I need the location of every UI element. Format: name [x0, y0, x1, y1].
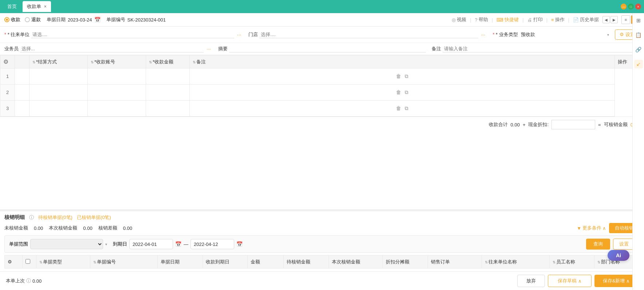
date-to-calendar-icon[interactable]: 📅 [236, 241, 243, 247]
remark-input[interactable] [443, 45, 640, 52]
row-2-account[interactable] [30, 85, 88, 101]
close-tab-btn[interactable]: × [44, 4, 47, 9]
row-1-amount[interactable] [88, 68, 146, 85]
help-btn[interactable]: ? 帮助 [475, 16, 488, 23]
abandon-btn[interactable]: 放弃 [517, 275, 545, 287]
home-tab[interactable]: 首页 [3, 1, 21, 12]
row-3-num: 3 [0, 101, 15, 117]
prev-info-icon[interactable]: ⓘ [26, 278, 31, 284]
date-from-calendar-icon[interactable]: 📅 [175, 241, 181, 247]
row-1-remark[interactable] [146, 68, 190, 85]
row-3-amount[interactable] [88, 101, 146, 117]
refund-label: 退款 [31, 16, 41, 23]
due-date-col: 收款到期日 [203, 255, 248, 269]
minimize-btn[interactable]: — [621, 4, 627, 9]
due-date-field: 到期日 📅 — 📅 [113, 239, 243, 249]
row-3-delete-icon[interactable]: 🗑 [396, 105, 401, 111]
select-all-checkbox[interactable] [25, 259, 30, 264]
nav-next[interactable]: ▶ [610, 16, 618, 23]
bill-type-col: ⇅单据类型 [36, 255, 90, 269]
gear-icon[interactable]: ⚙ [3, 59, 8, 65]
row-1-settlement[interactable] [15, 68, 30, 85]
operate-btn[interactable]: ≡ 操作 [551, 16, 565, 23]
sidebar-doc-icon[interactable]: 📋 [634, 31, 643, 39]
settlement-col: ⇅*结算方式 [30, 55, 88, 68]
print-btn[interactable]: 🖨 打印 [527, 16, 543, 23]
prev-value: 0.00 [32, 278, 42, 284]
window-close-btn[interactable]: × [635, 4, 641, 9]
history-btn[interactable]: 📄 历史单据 [573, 16, 599, 23]
cleared-tab[interactable]: 已核销单据(0笔) [77, 214, 111, 221]
refund-radio[interactable]: 退款 [25, 16, 41, 23]
range-select[interactable] [30, 239, 103, 249]
bottom-table: ⚙ ⇅单据类型 ⇅单据编号 单据日期 收款到期日 金额 待核销金额 本次核销金额… [4, 255, 640, 269]
bottom-gear-col[interactable]: ⚙ [5, 255, 23, 269]
verify-info-icon[interactable]: ⓘ [29, 214, 34, 221]
employee-col: ⇅员工名称 [549, 255, 594, 269]
biz-type-dropdown[interactable]: ▾ [607, 33, 609, 37]
amount-col: ⇅*收款金额 [146, 55, 190, 68]
footer-bar: 本单上次 ⓘ 0.00 放弃 保存草稿 ∧ 保存&新增 ∧ [0, 271, 644, 290]
salesman-more-btn[interactable]: ··· [205, 46, 212, 52]
counterparty-input[interactable] [31, 31, 234, 38]
sidebar-link-icon[interactable]: 🔗 [634, 45, 643, 54]
receipt-label: 收款 [11, 16, 20, 23]
verify-stats: 未核销金额 0.00 本次核销金额 0.00 核销差额 0.00 ▼ 更多条件 … [4, 223, 640, 233]
row-1-copy-icon[interactable]: ⧉ [405, 73, 408, 79]
date-to-input[interactable] [191, 239, 234, 249]
verify-filter-row: 单据范围 ▾ 到期日 📅 — 📅 查询 设置 [4, 235, 640, 253]
receipt-tab[interactable]: 收款单 × [23, 1, 51, 12]
shop-more-btn[interactable]: ··· [480, 32, 487, 38]
filter-setting-btn[interactable]: 设置 [613, 239, 635, 250]
row-1-delete-icon[interactable]: 🗑 [396, 73, 401, 79]
ai-float-button[interactable]: Ai [608, 250, 629, 261]
counterparty-field: * * 往来单位 ··· [4, 31, 243, 38]
save-draft-btn[interactable]: 保存草稿 ∧ [548, 275, 592, 287]
row-2-remark[interactable] [146, 85, 190, 101]
query-btn[interactable]: 查询 [586, 239, 610, 250]
row-1-account[interactable] [30, 68, 88, 85]
sidebar-expand-icon[interactable]: ↙ [634, 60, 643, 68]
summary-field: 摘要 [218, 45, 426, 52]
footer-info: 本单上次 ⓘ 0.00 [6, 278, 42, 284]
current-clear-col: 本次核销金额 [329, 255, 382, 269]
list-view-btn[interactable]: ≡ [621, 15, 630, 24]
form-row-1: * * 往来单位 ··· 门店 ··· * * 业务类型 预收款 ▾ ⚙ 设置 [0, 27, 644, 43]
shortcut-btn[interactable]: ⌨ 快捷键 [496, 16, 519, 23]
pending-tab[interactable]: 待核销单据(0笔) [38, 214, 72, 221]
row-3-settlement[interactable] [15, 101, 30, 117]
row-2-delete-icon[interactable]: 🗑 [396, 89, 401, 95]
row-3-copy-icon[interactable]: ⧉ [405, 105, 408, 111]
nav-prev[interactable]: ◀ [602, 16, 610, 23]
receipt-radio[interactable]: 收款 [4, 16, 20, 23]
sidebar-table-icon[interactable]: ⊞ [634, 16, 643, 25]
plus-label: + [523, 122, 526, 128]
counterparty-more-btn[interactable]: ··· [236, 32, 243, 38]
salesman-label: 业务员 [4, 46, 19, 52]
shop-input[interactable] [259, 31, 478, 38]
verify-header: 核销明细 ⓘ 待核销单据(0笔) 已核销单据(0笔) [4, 214, 640, 221]
uncleared-amt-value: 0.00 [34, 226, 43, 231]
table-row: 2 🗑 ⧉ [0, 85, 644, 101]
video-btn[interactable]: ◎ 视频 [452, 16, 466, 23]
row-2-copy-icon[interactable]: ⧉ [405, 89, 408, 95]
more-conditions-btn[interactable]: ▼ 更多条件 ∧ [577, 225, 606, 231]
row-3-remark[interactable] [146, 101, 190, 117]
table-gear-col[interactable]: ⚙ [0, 55, 15, 68]
save-new-btn[interactable]: 保存&新增 ∧ [594, 275, 638, 287]
due-date-label: 到期日 [113, 241, 127, 247]
maximize-btn[interactable]: □ [628, 4, 634, 9]
row-2-settlement[interactable] [15, 85, 30, 101]
row-2-amount[interactable] [88, 85, 146, 101]
verify-title: 核销明细 [4, 214, 25, 221]
remark-label: 备注 [432, 46, 441, 52]
range-dropdown-icon[interactable]: ▾ [105, 242, 107, 246]
date-from-input[interactable] [129, 239, 173, 249]
date-calendar-icon[interactable]: 📅 [94, 17, 101, 23]
discount-input[interactable] [551, 120, 595, 129]
remark-col: ⇅备注 [190, 55, 615, 68]
salesman-input[interactable] [20, 45, 204, 52]
summary-input[interactable] [229, 45, 426, 52]
row-3-account[interactable] [30, 101, 88, 117]
bottom-gear-icon[interactable]: ⚙ [8, 259, 12, 264]
